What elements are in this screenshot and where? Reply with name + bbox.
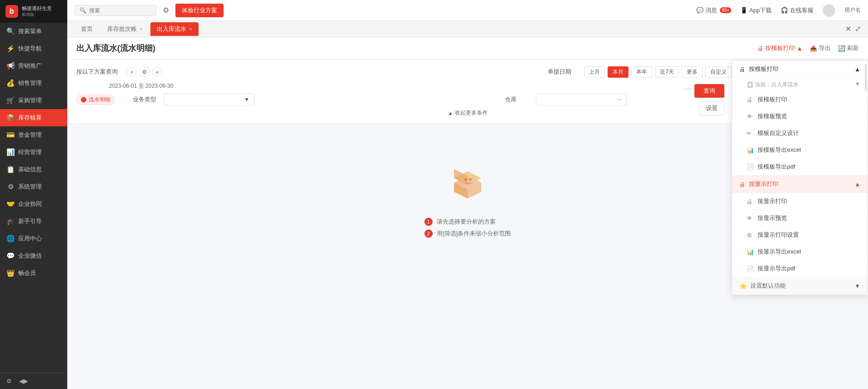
sidebar-item-quick-nav[interactable]: ⚡ 快捷导航 [0,40,67,57]
page-header-actions: 🖨 按模板打印 ▲ 📤 导出 🔄 刷新 [758,44,859,52]
more-options-icon[interactable]: ··· [685,84,692,98]
dp-template-export-pdf[interactable]: 📄 按模板导出pdf [732,159,868,175]
filter-add-btns: + ⚙ « [127,67,162,77]
dp-default-label: 设置默认功能 [750,282,786,290]
export-btn[interactable]: 📤 导出 [810,44,831,52]
sidebar-search-icon: 🔍 [6,27,15,35]
business-type-select[interactable]: ▼ [164,94,254,105]
sidebar-operations-icon: 📊 [6,148,15,156]
app-download-label: App下载 [749,6,772,15]
sidebar-member-label: 畅会员 [18,269,36,277]
app-download-btn[interactable]: 📱 App下载 [740,6,772,15]
dp-template-print-item[interactable]: 🖨 按模板打印 [732,91,868,108]
topbar-search-box[interactable]: 🔍 [75,5,156,16]
topbar-gear-icon[interactable]: ⚙ [161,4,171,16]
tab-in-out-flow-close[interactable]: × [189,26,192,32]
date-more[interactable]: 更多 [682,66,703,78]
template-print-btn[interactable]: 🖨 按模板打印 ▲ [758,44,803,52]
dp-display-print-header[interactable]: 🖨 按显示打印 ▲ [732,175,868,193]
sidebar-cooperation-label: 企业协同 [18,200,42,208]
tab-batch-account[interactable]: 库存批次账 × [101,22,149,36]
sidebar-item-wechat[interactable]: 💬 企业微信 [0,247,67,264]
dp-pdf-icon-1: 📄 [747,164,754,170]
filter-settings-btn[interactable]: ⚙ [140,67,150,77]
date-this-month[interactable]: 本月 [608,66,629,78]
collapse-chevron: ▲ [448,110,453,116]
sidebar-basic-info-icon: 📋 [6,165,15,174]
tab-in-out-flow[interactable]: 出入库流水 × [150,22,198,36]
sidebar-item-cooperation[interactable]: 🤝 企业协同 [0,195,67,213]
dp-default-icon: ⭐ [739,283,747,289]
dp-template-preview-item[interactable]: 👁 按模板预览 [732,108,868,125]
dp-display-header-chevron: ▲ [854,181,860,188]
filter-add-btn[interactable]: + [127,67,137,77]
user-name[interactable]: 用户名 [844,6,861,14]
close-window-btn[interactable]: ✕ [845,25,851,33]
date-last-month[interactable]: 上月 [584,66,605,78]
printer-icon: 🖨 [758,45,763,52]
sidebar-item-system[interactable]: ⚙ 系统管理 [0,178,67,195]
sidebar-item-basic-info[interactable]: 📋 基础信息 [0,161,67,178]
warehouse-more-icon: ··· [617,96,622,103]
sidebar-member-icon: 👑 [6,269,15,277]
dp-template-export-excel[interactable]: 📊 按模板导出excel [732,142,868,159]
dp-settings-default[interactable]: ⭐ 设置默认功能 ▼ [732,277,868,295]
template-print-chevron[interactable]: ▲ [797,45,803,52]
warehouse-select[interactable]: ··· [536,94,627,105]
tab-in-out-flow-label: 出入库流水 [157,25,186,33]
date-7days[interactable]: 近7天 [655,66,679,78]
sidebar-item-purchase[interactable]: 🛒 采购管理 [0,92,67,109]
maximize-window-btn[interactable]: ⤢ [855,25,861,33]
dp-printer-icon: 🖨 [739,66,745,73]
sidebar-item-operations[interactable]: 📊 经营管理 [0,144,67,161]
sidebar-marketing-icon: 📢 [6,62,15,70]
dp-display-export-excel[interactable]: 📊 按显示导出excel [732,244,868,260]
window-btns: ✕ ⤢ [845,25,861,33]
template-print-label: 按模板打印 [765,44,795,52]
sidebar-item-inventory[interactable]: 📦 库存核算 [0,109,67,126]
query-btn[interactable]: 查询 [694,84,724,98]
tab-home[interactable]: 首页 [75,22,99,36]
sidebar-settings-icon[interactable]: ⚙ [6,378,12,384]
refresh-btn[interactable]: 🔄 刷新 [838,44,859,52]
sidebar-item-tutorial[interactable]: 🎓 新手引导 [0,213,67,230]
dp-display-print-item[interactable]: 🖨 按显示打印 [732,193,868,210]
dp-template-print-header[interactable]: 🖨 按模板打印 ▲ [732,60,868,78]
dp-display-export-pdf[interactable]: 📄 按显示导出pdf [732,260,868,277]
logo-icon: b [5,5,18,18]
tab-batch-account-close[interactable]: × [140,26,142,32]
message-btn[interactable]: 💬 消息 99+ [696,6,731,15]
user-avatar[interactable] [823,4,835,17]
sidebar-item-finance[interactable]: 💳 资金管理 [0,126,67,144]
sidebar-inventory-icon: 📦 [6,114,15,122]
sidebar-item-sales[interactable]: 💰 销售管理 [0,75,67,92]
sidebar-app-center-label: 应用中心 [18,234,42,243]
sidebar-item-search[interactable]: 🔍 搜索菜单 [0,23,67,40]
sidebar-sales-label: 销售管理 [18,79,42,87]
sidebar-collapse-icon[interactable]: ◀▶ [19,378,28,384]
date-custom[interactable]: 自定义 [705,66,732,78]
date-this-year[interactable]: 本年 [631,66,652,78]
dropdown-scrollbar[interactable] [865,64,867,91]
sidebar-item-member[interactable]: 👑 畅会员 [0,264,67,282]
empty-steps: 1 请先选择要分析的方案 2 用[筛选]条件来缩小分析范围 [424,216,511,239]
filter-expand-btn[interactable]: « [152,67,162,77]
settings-btn[interactable]: 设置 [699,101,724,115]
search-input[interactable] [89,7,151,14]
date-range-text: 2023-06-01 至 2023-06-30 [109,83,173,89]
sidebar-item-app-center[interactable]: 🌐 应用中心 [0,230,67,247]
sidebar-system-label: 系统管理 [18,183,42,191]
main-area: 🔍 ⚙ 体验行业方案 💬 消息 99+ 📱 App下载 🎧 在线客服 用户名 [67,0,868,389]
phone-icon: 📱 [740,7,748,14]
svg-point-5 [464,178,467,181]
dp-display-preview-item[interactable]: 👁 按显示预览 [732,210,868,227]
customer-service-label: 在线客服 [790,6,813,15]
dp-display-print-settings[interactable]: ⚙ 按显示打印设置 [732,227,868,244]
dp-template-design-item[interactable]: ✏ 模板自定义设计 [732,125,868,142]
customer-service-btn[interactable]: 🎧 在线客服 [781,6,813,15]
sidebar-purchase-icon: 🛒 [6,96,15,105]
sidebar-item-marketing[interactable]: 📢 营销推广 [0,57,67,75]
svg-point-6 [469,178,472,181]
sidebar-search-label: 搜索菜单 [18,27,42,35]
industry-btn[interactable]: 体验行业方案 [175,4,224,17]
